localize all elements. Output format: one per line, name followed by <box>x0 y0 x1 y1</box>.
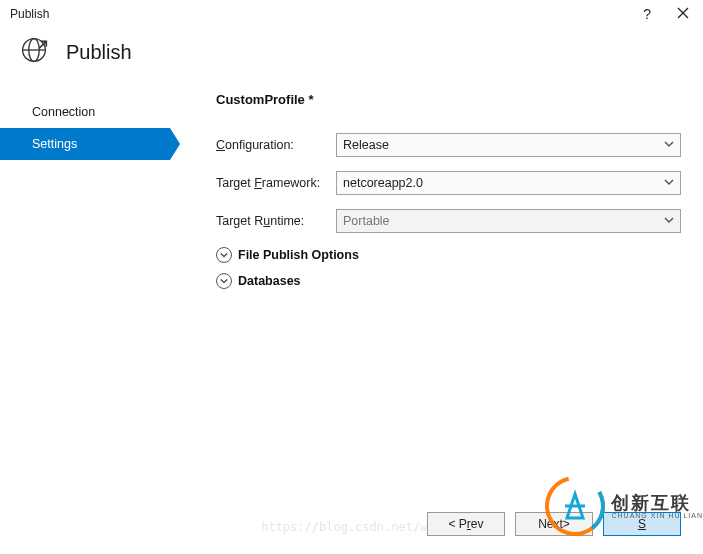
close-button[interactable] <box>677 7 689 22</box>
row-configuration: Configuration: Release <box>216 133 681 157</box>
expander-label: Databases <box>238 274 301 288</box>
chevron-down-circle-icon <box>216 247 232 263</box>
dialog-body: Connection Settings CustomProfile * Conf… <box>0 88 703 289</box>
dialog-title: Publish <box>66 41 132 64</box>
runtime-value: Portable <box>343 214 390 228</box>
dialog-footer: < Prev Next > S <box>427 512 681 536</box>
sidebar-item-label: Connection <box>32 105 95 119</box>
sidebar-item-connection[interactable]: Connection <box>0 96 170 128</box>
framework-value: netcoreapp2.0 <box>343 176 423 190</box>
chevron-down-icon <box>664 214 674 228</box>
profile-title: CustomProfile * <box>216 92 681 107</box>
content-pane: CustomProfile * Configuration: Release T… <box>170 88 703 289</box>
row-framework: Target Framework: netcoreapp2.0 <box>216 171 681 195</box>
expander-databases[interactable]: Databases <box>216 273 681 289</box>
expander-file-publish-options[interactable]: File Publish Options <box>216 247 681 263</box>
watermark-text-zh: 创新互联 <box>611 494 703 512</box>
title-bar: Publish ? <box>0 0 703 28</box>
save-button[interactable]: S <box>603 512 681 536</box>
sidebar-item-settings[interactable]: Settings <box>0 128 170 160</box>
chevron-down-circle-icon <box>216 273 232 289</box>
chevron-down-icon <box>664 138 674 152</box>
expander-label: File Publish Options <box>238 248 359 262</box>
publish-logo-icon <box>20 36 48 68</box>
sidebar: Connection Settings <box>0 88 170 289</box>
window-title: Publish <box>10 7 49 21</box>
dialog-header: Publish <box>0 28 703 88</box>
chevron-down-icon <box>664 176 674 190</box>
prev-button[interactable]: < Prev <box>427 512 505 536</box>
framework-combo[interactable]: netcoreapp2.0 <box>336 171 681 195</box>
help-button[interactable]: ? <box>643 6 651 22</box>
ghost-watermark-text: https://blog.csdn.net/we… <box>261 520 442 534</box>
runtime-combo: Portable <box>336 209 681 233</box>
runtime-label: Target Runtime: <box>216 214 336 228</box>
next-button[interactable]: Next > <box>515 512 593 536</box>
row-runtime: Target Runtime: Portable <box>216 209 681 233</box>
configuration-value: Release <box>343 138 389 152</box>
sidebar-item-label: Settings <box>32 137 77 151</box>
close-icon <box>677 7 689 19</box>
configuration-combo[interactable]: Release <box>336 133 681 157</box>
configuration-label: Configuration: <box>216 138 336 152</box>
framework-label: Target Framework: <box>216 176 336 190</box>
